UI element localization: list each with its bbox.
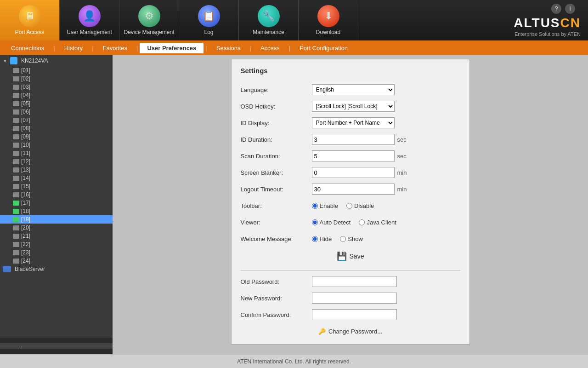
port-icon-06 xyxy=(13,109,19,115)
old-password-input[interactable] xyxy=(312,276,397,287)
logo-sub: Enterprise Solutions by ATEN xyxy=(514,31,581,37)
toolbar-disable-label[interactable]: Disable xyxy=(346,202,374,209)
scan-duration-input[interactable] xyxy=(312,150,395,161)
confirm-password-label: Confirm Password: xyxy=(241,311,312,318)
sidebar-item-14[interactable]: [14] xyxy=(0,174,113,182)
new-password-label: New Password: xyxy=(241,295,312,302)
tree-root-kn2124va[interactable]: ▼ KN2124VA xyxy=(0,55,113,66)
tab-history[interactable]: History xyxy=(57,43,90,53)
tab-connections[interactable]: Connections xyxy=(4,43,51,53)
save-button[interactable]: 💾 Save xyxy=(332,249,369,263)
scan-duration-control: sec xyxy=(312,150,460,161)
sidebar-item-23[interactable]: [23] xyxy=(0,248,113,257)
id-display-label: ID Display: xyxy=(241,120,312,126)
nav-item-log[interactable]: 📋 Log xyxy=(179,0,239,40)
toolbar-enable-label[interactable]: Enable xyxy=(312,202,338,209)
id-duration-unit: sec xyxy=(397,136,407,143)
viewer-label: Viewer: xyxy=(241,219,312,226)
id-display-row: ID Display: Port Number + Port Name Port… xyxy=(241,117,460,129)
confirm-password-input[interactable] xyxy=(312,309,397,320)
old-password-row: Old Password: xyxy=(241,276,460,288)
sidebar-item-08[interactable]: [08] xyxy=(0,124,113,132)
nav-item-download[interactable]: ⬇ Download xyxy=(299,0,358,40)
change-password-button[interactable]: 🔑 Change Password... xyxy=(241,326,460,337)
screen-blanker-unit: min xyxy=(397,169,407,176)
tab-favorites[interactable]: Favorites xyxy=(96,43,135,53)
port-icon-07 xyxy=(13,118,19,123)
logout-timeout-input[interactable] xyxy=(312,184,395,195)
sidebar-item-07[interactable]: [07] xyxy=(0,116,113,124)
viewer-auto-detect-label[interactable]: Auto Detect xyxy=(312,219,351,226)
welcome-show-label[interactable]: Show xyxy=(340,236,363,242)
save-icon: 💾 xyxy=(337,251,347,261)
sidebar-item-24[interactable]: [24] xyxy=(0,257,113,265)
info-button[interactable]: i xyxy=(565,4,575,14)
sidebar-scroll[interactable]: ▼ KN2124VA [01] [02] [03] [04] xyxy=(0,55,113,338)
sidebar-item-bladeserver[interactable]: BladeServer xyxy=(0,265,113,273)
scan-duration-row: Scan Duration: sec xyxy=(241,150,460,162)
viewer-row: Viewer: Auto Detect Java Client xyxy=(241,216,460,228)
sidebar-item-04[interactable]: [04] xyxy=(0,91,113,99)
help-button[interactable]: ? xyxy=(551,4,561,14)
footer: ATEN International Co. Ltd. All rights r… xyxy=(0,354,588,368)
welcome-show-radio[interactable] xyxy=(340,236,346,242)
sidebar-item-06[interactable]: [06] xyxy=(0,108,113,116)
viewer-java-client-radio[interactable] xyxy=(359,219,365,225)
nav-item-maintenance[interactable]: 🔧 Maintenance xyxy=(239,0,299,40)
welcome-message-label: Welcome Message: xyxy=(241,236,312,242)
sidebar-item-12[interactable]: [12] xyxy=(0,157,113,166)
nav-label-user-management: User Management xyxy=(67,29,112,35)
sidebar-item-03[interactable]: [03] xyxy=(0,83,113,91)
welcome-hide-label[interactable]: Hide xyxy=(312,236,332,242)
id-duration-input[interactable] xyxy=(312,134,395,145)
sidebar-item-10[interactable]: [10] xyxy=(0,141,113,149)
sidebar-item-16[interactable]: [16] xyxy=(0,190,113,199)
logo: ALTUSCN xyxy=(514,16,581,30)
nav-item-user-management[interactable]: 👤 User Management xyxy=(60,0,119,40)
toolbar-label: Toolbar: xyxy=(241,202,312,209)
screen-blanker-input[interactable] xyxy=(312,167,395,178)
sidebar-item-13[interactable]: [13] xyxy=(0,166,113,174)
scan-duration-label: Scan Duration: xyxy=(241,153,312,160)
port-icon-22 xyxy=(13,242,19,247)
toolbar-enable-radio[interactable] xyxy=(312,203,318,209)
sidebar-item-21[interactable]: [21] xyxy=(0,232,113,240)
sidebar-item-18[interactable]: [18] xyxy=(0,207,113,215)
tab-sessions[interactable]: Sessions xyxy=(209,43,248,53)
logout-timeout-label: Logout Timeout: xyxy=(241,186,312,193)
download-icon: ⬇ xyxy=(317,5,339,27)
tab-port-configuration[interactable]: Port Configuration xyxy=(292,43,355,53)
port-icon-08 xyxy=(13,126,19,131)
sidebar-item-20[interactable]: [20] xyxy=(0,224,113,232)
sidebar-item-05[interactable]: [05] xyxy=(0,99,113,108)
top-icons: ? i xyxy=(551,4,581,14)
sidebar-item-11[interactable]: [11] xyxy=(0,149,113,157)
tab-user-preferences[interactable]: User Preferences xyxy=(140,43,204,53)
nav-item-device-management[interactable]: ⚙ Device Management xyxy=(119,0,179,40)
tree-collapse-icon[interactable]: ▼ xyxy=(3,58,7,63)
sidebar-item-02[interactable]: [02] xyxy=(0,75,113,83)
port-icon-14 xyxy=(13,176,19,181)
language-select[interactable]: English French German Spanish Chinese (S… xyxy=(312,84,395,95)
toolbar-disable-radio[interactable] xyxy=(346,203,352,209)
sidebar-item-17[interactable]: [17] xyxy=(0,199,113,207)
nav-item-port-access[interactable]: 🖥 Port Access xyxy=(0,0,60,40)
osd-hotkey-select[interactable]: [Scroll Lock] [Scroll Lock] [Caps Lock] … xyxy=(312,101,395,112)
sidebar-item-19[interactable]: [19] xyxy=(0,215,113,224)
sidebar-item-09[interactable]: [09] xyxy=(0,132,113,141)
welcome-hide-radio[interactable] xyxy=(312,236,318,242)
viewer-java-client-label[interactable]: Java Client xyxy=(359,219,396,226)
viewer-auto-detect-radio[interactable] xyxy=(312,219,318,225)
settings-panel: Settings Language: English French German… xyxy=(231,59,470,345)
device-icon xyxy=(10,57,17,64)
id-display-select[interactable]: Port Number + Port Name Port Number Port… xyxy=(312,117,395,128)
port-icon-04 xyxy=(13,93,19,98)
new-password-input[interactable] xyxy=(312,293,397,304)
port-access-icon: 🖥 xyxy=(19,5,41,27)
sidebar-item-15[interactable]: [15] xyxy=(0,182,113,190)
user-management-icon: 👤 xyxy=(79,5,101,27)
sidebar-item-22[interactable]: [22] xyxy=(0,240,113,248)
tab-access[interactable]: Access xyxy=(253,43,287,53)
sidebar-hscroll[interactable] xyxy=(0,343,113,349)
sidebar-item-01[interactable]: [01] xyxy=(0,66,113,75)
